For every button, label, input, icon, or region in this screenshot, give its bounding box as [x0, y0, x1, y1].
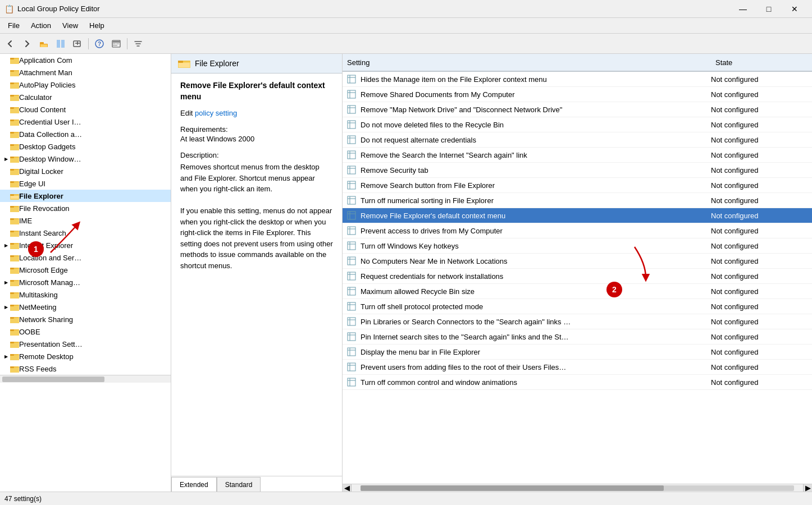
description-text: Removes shortcut menus from the desktop … [180, 162, 333, 271]
close-button[interactable]: ✕ [782, 0, 808, 18]
table-row[interactable]: Display the menu bar in File Explorer No… [343, 345, 812, 360]
table-row[interactable]: Do not move deleted files to the Recycle… [343, 117, 812, 132]
policy-setting-link[interactable]: policy setting [195, 109, 237, 117]
table-row[interactable]: Prevent access to drives from My Compute… [343, 223, 812, 238]
menu-view[interactable]: View [57, 19, 84, 32]
sidebar-item-microsoftedge[interactable]: Microsoft Edge [0, 264, 171, 276]
sidebar-item-cloudcontent[interactable]: Cloud Content [0, 103, 171, 116]
svg-rect-119 [348, 196, 355, 204]
sidebar-item-desktopwindow[interactable]: ▶ Desktop Window… [0, 153, 171, 165]
sidebar-item-autoplay[interactable]: AutoPlay Policies [0, 79, 171, 91]
maximize-button[interactable]: □ [756, 0, 782, 18]
table-row[interactable]: Maximum allowed Recycle Bin size Not con… [343, 284, 812, 299]
sidebar-item-label: Multitasking [19, 291, 58, 299]
sidebar-item-label: Network Sharing [19, 315, 73, 324]
folder-icon [10, 105, 19, 114]
new-window-button[interactable] [70, 36, 85, 52]
table-row[interactable]: Remove Search button from File Explorer … [343, 178, 812, 193]
menu-action[interactable]: Action [25, 19, 57, 32]
table-row[interactable]: Pin Libraries or Search Connectors to th… [343, 314, 812, 329]
scroll-right-btn[interactable]: ▶ [803, 484, 812, 492]
svg-rect-152 [348, 363, 355, 371]
tab-extended[interactable]: Extended [171, 477, 217, 492]
table-row[interactable]: Turn off Windows Key hotkeys Not configu… [343, 238, 812, 254]
sidebar-item-networksharing[interactable]: Network Sharing [0, 313, 171, 325]
toolbar: ? [0, 34, 812, 54]
sidebar-item-credential[interactable]: Credential User I… [0, 116, 171, 128]
table-row[interactable]: Remove Security tab Not configured [343, 163, 812, 178]
table-row[interactable]: Turn off numerical sorting in File Explo… [343, 193, 812, 208]
edit-label: Edit [180, 109, 195, 117]
scrollbar-thumb[interactable] [361, 485, 664, 491]
table-row[interactable]: Remove the Search the Internet "Search a… [343, 148, 812, 163]
setting-state: Not configured [711, 272, 812, 281]
sidebar-item-microsoftmanage[interactable]: ▶ Microsoft Manag… [0, 276, 171, 288]
sidebar-item-calculator[interactable]: Calculator [0, 91, 171, 103]
bottom-scrollbar[interactable]: ◀ ▶ [343, 484, 812, 492]
table-row[interactable]: Hides the Manage item on the File Explor… [343, 72, 812, 87]
sidebar-item-remotedesktop[interactable]: ▶ Remote Desktop [0, 350, 171, 362]
sidebar-item-netmeeting[interactable]: ▶ NetMeeting [0, 301, 171, 313]
sidebar-item-digitallocker[interactable]: Digital Locker [0, 165, 171, 177]
sidebar-item-presentation[interactable]: Presentation Sett… [0, 338, 171, 350]
table-row[interactable]: No Computers Near Me in Network Location… [343, 254, 812, 269]
table-row[interactable]: Remove Shared Documents from My Computer… [343, 87, 812, 102]
filter-button[interactable] [130, 36, 146, 52]
sidebar-item-datacollection[interactable]: Data Collection a… [0, 128, 171, 140]
show-hide-button[interactable] [53, 36, 69, 52]
sidebar-item-instantsearch[interactable]: Instant Search [0, 227, 171, 239]
sidebar-item-location[interactable]: Location and Ser… [0, 251, 171, 264]
sidebar-item-internetexplorer[interactable]: ▶ Internet Explorer [0, 239, 171, 251]
setting-state: Not configured [711, 302, 812, 311]
sidebar-item-oobe[interactable]: OOBE [0, 325, 171, 338]
svg-rect-11 [113, 45, 117, 46]
sidebar[interactable]: Application Com Attachment Man AutoPlay … [0, 54, 171, 492]
setting-state: Not configured [711, 257, 812, 265]
settings-list[interactable]: Hides the Manage item on the File Explor… [343, 72, 812, 484]
sidebar-item-label: File Revocation [19, 204, 70, 213]
sidebar-item-appcom[interactable]: Application Com [0, 54, 171, 66]
svg-rect-41 [10, 169, 14, 171]
back-button[interactable] [2, 36, 18, 52]
svg-rect-1 [40, 42, 44, 44]
table-row[interactable]: Do not request alternate credentials Not… [343, 132, 812, 148]
table-row[interactable]: Pin Internet search sites to the "Search… [343, 329, 812, 345]
sidebar-item-edgeui[interactable]: Edge UI [0, 177, 171, 190]
svg-rect-122 [348, 212, 355, 219]
console-button[interactable] [108, 36, 124, 52]
svg-rect-86 [10, 355, 19, 360]
table-row[interactable]: Turn off common control and window anima… [343, 375, 812, 390]
policy-icon [346, 74, 357, 85]
svg-rect-113 [348, 166, 355, 174]
menu-help[interactable]: Help [84, 19, 110, 32]
table-row[interactable]: Request credentials for network installa… [343, 269, 812, 284]
table-row[interactable]: Turn off shell protocol protected mode N… [343, 299, 812, 314]
middle-panel-footer: Extended Standard [171, 476, 342, 492]
sidebar-item-ime[interactable]: IME [0, 214, 171, 227]
svg-rect-20 [10, 82, 14, 84]
table-row[interactable]: Remove File Explorer's default context m… [343, 208, 812, 223]
sidebar-item-multitasking[interactable]: Multitasking [0, 288, 171, 301]
forward-button[interactable] [19, 36, 35, 52]
sidebar-item-filerevocation[interactable]: File Revocation [0, 202, 171, 214]
sidebar-item-label: Cloud Content [19, 105, 66, 114]
minimize-button[interactable]: — [730, 0, 756, 18]
setting-name: Do not request alternate credentials [361, 136, 711, 144]
setting-name: Request credentials for network installa… [361, 272, 711, 281]
svg-rect-3 [61, 40, 65, 48]
up-button[interactable] [36, 36, 52, 52]
sidebar-item-attachment[interactable]: Attachment Man [0, 66, 171, 79]
scroll-left-btn[interactable]: ◀ [343, 484, 352, 492]
sidebar-item-rssfeeds[interactable]: RSS Feeds [0, 362, 171, 375]
table-row[interactable]: Prevent users from adding files to the r… [343, 360, 812, 375]
policy-icon [346, 210, 357, 221]
sidebar-item-fileexplorer[interactable]: File Explorer [0, 190, 171, 202]
tab-standard[interactable]: Standard [217, 477, 261, 492]
setting-state: Not configured [711, 151, 812, 159]
svg-rect-125 [348, 227, 355, 235]
sidebar-item-desktopgadgets[interactable]: Desktop Gadgets [0, 140, 171, 153]
help-button[interactable]: ? [92, 36, 107, 52]
table-row[interactable]: Remove "Map Network Drive" and "Disconne… [343, 102, 812, 117]
menu-file[interactable]: File [2, 19, 25, 32]
toolbar-separator-2 [127, 38, 127, 49]
